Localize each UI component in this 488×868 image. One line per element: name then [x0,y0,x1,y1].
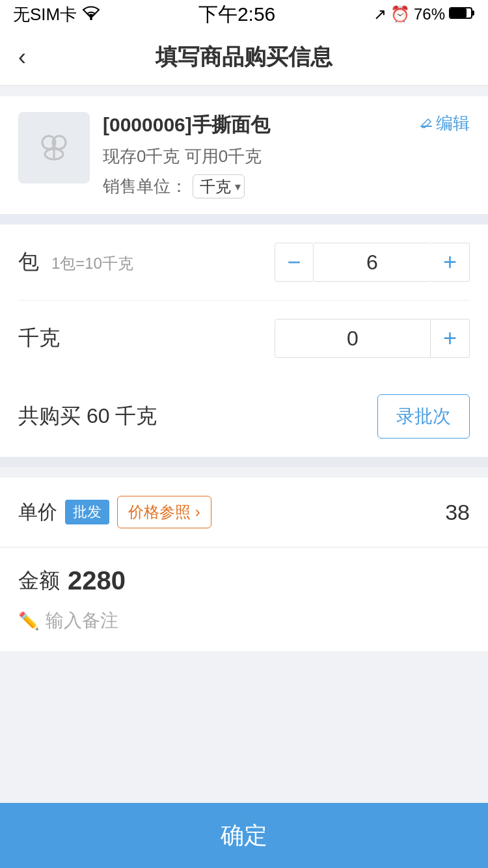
divider-1 [0,214,488,224]
carrier-text: 无SIM卡 [13,3,77,26]
unit-select-wrap[interactable]: 千克 包 [193,174,245,198]
batch-button[interactable]: 录批次 [377,394,470,439]
divider-2 [0,457,488,467]
note-row[interactable]: ✏️ 输入备注 [18,608,470,633]
bao-label: 包 1包=10千克 [18,248,275,277]
price-value: 38 [445,500,470,525]
kg-qty-controls: + [275,319,470,358]
unit-select[interactable]: 千克 包 [193,174,245,198]
price-section: 单价 批发 价格参照 › 38 [0,478,488,547]
total-text: 共购买 60 千克 [18,402,157,431]
product-info: [0000006]手撕面包 现存0千克 可用0千克 销售单位： 千克 包 [103,112,470,198]
bao-qty-row: 包 1包=10千克 − + [18,224,470,301]
quantity-section: 包 1包=10千克 − + 千克 + [0,224,488,376]
product-stock: 现存0千克 可用0千克 [103,145,470,168]
amount-section: 金额 2280 ✏️ 输入备注 [0,548,488,651]
note-placeholder: 输入备注 [46,608,118,633]
amount-value: 2280 [68,566,126,595]
time-display: 下午2:56 [198,1,275,28]
product-card: [0000006]手撕面包 现存0千克 可用0千克 销售单位： 千克 包 编辑 [0,96,488,214]
empty-space [0,651,488,781]
battery-text: 76% [414,5,445,23]
back-button[interactable]: ‹ [18,44,26,71]
kg-qty-row: 千克 + [18,301,470,376]
amount-row: 金额 2280 [18,566,470,595]
amount-label: 金额 [18,567,60,595]
kg-label: 千克 [18,324,275,353]
nav-bar: ‹ 填写商品购买信息 [0,29,488,86]
status-bar: 无SIM卡 下午2:56 ↗ ⏰ 76% [0,0,488,29]
svg-rect-2 [472,10,474,16]
location-icon: ↗ [373,5,386,23]
price-label: 单价 [18,499,57,526]
alarm-icon: ⏰ [390,5,410,23]
product-unit-row: 销售单位： 千克 包 [103,174,470,198]
bao-qty-controls: − + [275,243,470,282]
total-amount: 60 [87,404,110,427]
page-title: 填写商品购买信息 [156,42,332,72]
edit-label: 编辑 [436,112,470,135]
bao-sub: 1包=10千克 [51,254,133,272]
total-section: 共购买 60 千克 录批次 [0,376,488,457]
kg-increment-button[interactable]: + [431,319,470,358]
product-thumbnail [18,112,90,183]
edit-button[interactable]: 编辑 [419,112,470,135]
price-tag: 批发 [65,500,109,524]
price-left: 单价 批发 价格参照 › [18,496,211,528]
svg-rect-3 [450,8,467,18]
battery-icon [449,5,475,23]
bao-qty-input[interactable] [314,243,431,282]
svg-point-0 [90,18,92,20]
pencil-icon: ✏️ [18,611,39,631]
kg-qty-input[interactable] [275,319,431,358]
bao-increment-button[interactable]: + [431,243,470,282]
confirm-button[interactable]: 确定 [0,803,488,868]
unit-label: 销售单位： [103,175,187,198]
product-name: [0000006]手撕面包 [103,112,470,139]
price-reference-button[interactable]: 价格参照 › [117,496,211,528]
bao-decrement-button[interactable]: − [275,243,314,282]
wifi-icon [82,5,100,25]
total-unit: 千克 [115,404,157,427]
